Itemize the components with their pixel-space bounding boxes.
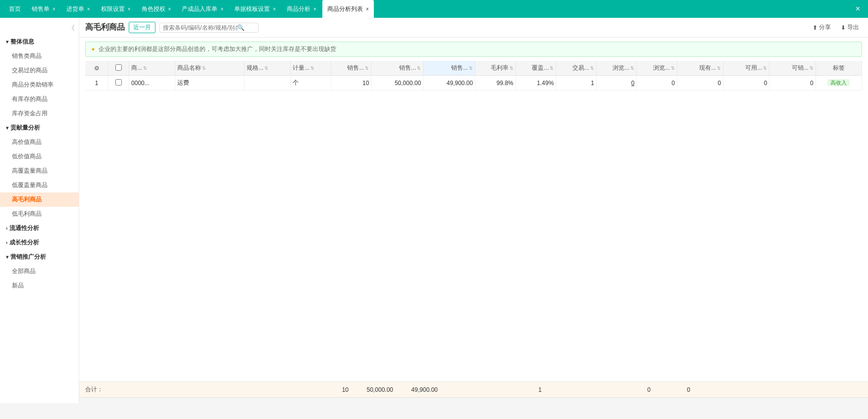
footer-bar: 合计： 10 50,000.00 49,900.00 1 0 0 (79, 381, 868, 397)
close-icon[interactable]: × (128, 6, 131, 12)
nav-product-inbound[interactable]: 产成品入库单 × (177, 0, 228, 18)
browse2-column-header[interactable]: 浏览...⇅ (637, 61, 677, 76)
content-area: 高毛利商品 近一月 🔍 ⬆ 分享 ⬇ 导出 ✦ 企业的主要的利润都是这部分商品创… (79, 18, 868, 403)
row-sales-qty: 10 (331, 76, 371, 91)
search-icon[interactable]: 🔍 (237, 24, 245, 31)
nav-purchase[interactable]: 进货单 × (61, 0, 95, 18)
close-icon[interactable]: × (87, 6, 90, 12)
export-button[interactable]: ⬇ 导出 (838, 22, 862, 33)
nav-sales-order[interactable]: 销售单 × (27, 0, 60, 18)
row-sales-cost: 49,900.00 (423, 76, 475, 91)
stock1-column-header[interactable]: 现有...⇅ (677, 61, 723, 76)
sidebar-item-low-margin[interactable]: 低毛利商品 (0, 207, 79, 221)
sidebar-item-low-coverage[interactable]: 低覆盖量商品 (0, 178, 79, 192)
sidebar-item-all-goods[interactable]: 全部商品 (0, 264, 79, 279)
name-column-header[interactable]: 商品名称⇅ (175, 61, 245, 76)
row-unit: 个 (291, 76, 331, 91)
gross-rate-column-header[interactable]: 毛利率⇅ (475, 61, 516, 76)
row-sales-amt: 50,000.00 (371, 76, 423, 91)
row-browse1[interactable]: 0 (596, 76, 637, 91)
table-row: 1 0000... 运费 个 10 50,000.00 49,900.00 99… (85, 76, 862, 91)
top-nav: 首页 销售单 × 进货单 × 权限设置 × 角色授权 × 产成品入库单 × 单据… (0, 0, 868, 18)
close-icon[interactable]: × (220, 6, 223, 12)
spec-column-header[interactable]: 规格...⇅ (245, 61, 291, 76)
sidebar-group-circulation[interactable]: › 流通性分析 (0, 221, 79, 235)
sort-icon: ⇅ (671, 66, 675, 71)
stock2-column-header[interactable]: 可用...⇅ (723, 61, 769, 76)
settings-column-header[interactable]: ⚙ (85, 61, 108, 76)
content-header: 高毛利商品 近一月 🔍 ⬆ 分享 ⬇ 导出 (79, 18, 868, 38)
search-box: 🔍 (159, 23, 258, 33)
nav-home[interactable]: 首页 (4, 0, 26, 18)
sidebar-item-high-margin[interactable]: 高毛利商品 (0, 192, 79, 207)
close-icon[interactable]: × (273, 6, 276, 12)
sidebar-item-sales-goods[interactable]: 销售类商品 (0, 49, 79, 63)
sort-icon: ⇅ (365, 66, 369, 71)
code-column-header[interactable]: 商...⇅ (129, 61, 175, 76)
page-title: 高毛利商品 (85, 22, 125, 33)
nav-product-analysis[interactable]: 商品分析 × (282, 0, 321, 18)
nav-permission[interactable]: 权限设置 × (96, 0, 136, 18)
row-spec (245, 76, 291, 91)
unit-column-header[interactable]: 计量...⇅ (291, 61, 331, 76)
export-icon: ⬇ (841, 24, 846, 31)
sidebar-item-stock-capital[interactable]: 库存资金占用 (0, 106, 79, 121)
sidebar-group-growth[interactable]: › 成长性分析 (0, 235, 79, 250)
search-input[interactable] (163, 24, 237, 31)
sort-icon: ⇅ (469, 66, 473, 71)
sort-icon: ⇅ (264, 66, 268, 71)
bottom-scrollbar[interactable] (79, 397, 868, 403)
info-banner: ✦ 企业的主要的利润都是这部分商品创造的，可考虑加大推广，同时关注库存是不要出现… (85, 42, 862, 57)
table-container: ⚙ 商...⇅ 商品名称⇅ 规格...⇅ 计量...⇅ 销售...⇅ 销售...… (85, 61, 862, 381)
sidebar-item-new-goods[interactable]: 新品 (0, 279, 79, 293)
period-button[interactable]: 近一月 (129, 22, 155, 33)
checkbox-column-header[interactable] (108, 61, 129, 76)
sidebar-item-traded-goods[interactable]: 交易过的商品 (0, 63, 79, 78)
sort-icon: ⇅ (202, 66, 206, 71)
trade-column-header[interactable]: 交易...⇅ (556, 61, 597, 76)
coverage-column-header[interactable]: 覆盖...⇅ (515, 61, 556, 76)
sidebar-item-category-rate[interactable]: 商品分类助销率 (0, 78, 79, 92)
sidebar-item-instock-goods[interactable]: 有库存的商品 (0, 92, 79, 106)
info-icon: ✦ (91, 46, 96, 53)
data-table: ⚙ 商...⇅ 商品名称⇅ 规格...⇅ 计量...⇅ 销售...⇅ 销售...… (85, 61, 862, 91)
row-stock1: 0 (677, 76, 723, 91)
nav-role[interactable]: 角色授权 × (137, 0, 176, 18)
row-browse2: 0 (637, 76, 677, 91)
row-saleable: 0 (769, 76, 816, 91)
nav-product-analysis-list[interactable]: 商品分析列表 × (322, 0, 374, 18)
sidebar-item-low-value[interactable]: 低价值商品 (0, 149, 79, 164)
sort-icon: ⇅ (417, 66, 421, 71)
share-button[interactable]: ⬆ 分享 (810, 22, 834, 33)
sidebar-group-marketing[interactable]: ▾ 营销推广分析 (0, 250, 79, 264)
close-icon[interactable]: × (313, 6, 316, 12)
footer-sales-amt: 50,000.00 (351, 386, 395, 393)
row-coverage: 1.49% (515, 76, 556, 91)
nav-template[interactable]: 单据模板设置 × (229, 0, 281, 18)
sidebar: 《 ▾ 整体信息 销售类商品 交易过的商品 商品分类助销率 有库存的商品 库存资… (0, 18, 79, 403)
sort-icon: ⇅ (143, 66, 147, 71)
close-icon[interactable]: × (52, 6, 55, 12)
sidebar-item-high-value[interactable]: 高价值商品 (0, 135, 79, 149)
browse1-column-header[interactable]: 浏览...⇅ (596, 61, 637, 76)
sales-qty-column-header[interactable]: 销售...⇅ (331, 61, 371, 76)
sales-cost-column-header[interactable]: 销售...⇅ (423, 61, 475, 76)
sidebar-collapse-button[interactable]: 《 (68, 24, 75, 33)
sort-icon: ⇅ (717, 66, 721, 71)
row-name: 运费 (175, 76, 245, 91)
saleable-column-header[interactable]: 可销...⇅ (769, 61, 816, 76)
main-layout: 《 ▾ 整体信息 销售类商品 交易过的商品 商品分类助销率 有库存的商品 库存资… (0, 18, 868, 403)
row-tag: 高收入 (816, 76, 862, 91)
select-all-checkbox[interactable] (115, 64, 122, 71)
sidebar-group-contribution[interactable]: ▾ 贡献量分析 (0, 121, 79, 135)
sidebar-item-high-coverage[interactable]: 高覆盖量商品 (0, 164, 79, 178)
sidebar-group-overview[interactable]: ▾ 整体信息 (0, 35, 79, 49)
close-icon[interactable]: × (366, 6, 369, 12)
tag-column-header[interactable]: 标签 (816, 61, 862, 76)
arrow-icon: › (6, 240, 7, 245)
row-trade: 1 (556, 76, 597, 91)
sales-amt-column-header[interactable]: 销售...⇅ (371, 61, 423, 76)
window-close-button[interactable]: × (852, 4, 864, 13)
row-checkbox[interactable] (108, 76, 129, 91)
close-icon[interactable]: × (168, 6, 171, 12)
